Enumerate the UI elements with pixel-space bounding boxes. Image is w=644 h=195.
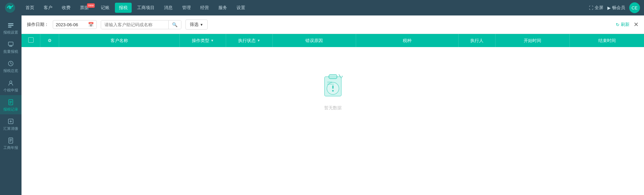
member-icon: ▶ xyxy=(607,5,611,10)
chevron-down-icon: ▼ xyxy=(200,23,203,27)
sidebar-item-batch-tax[interactable]: 批量报税 xyxy=(0,37,22,56)
empty-text: 暂无数据 xyxy=(324,105,342,111)
column-exec-status[interactable]: 执行状态 ▼ xyxy=(226,34,272,47)
refresh-button[interactable]: ↻ 刷新 xyxy=(616,22,630,28)
select-all-checkbox[interactable] xyxy=(28,37,34,43)
avatar[interactable]: CE xyxy=(629,2,640,13)
nav-item-customer[interactable]: 客户 xyxy=(40,3,56,13)
sidebar-item-tax-settings[interactable]: 报税设置 xyxy=(0,18,22,37)
column-checkbox[interactable] xyxy=(22,34,40,47)
nav-item-management[interactable]: 管理 xyxy=(178,3,195,13)
column-error-reason: 错误原因 xyxy=(272,34,356,47)
nav-items: 首页 客户 收费 票据 new 记账 报税 工商项目 消息 管理 经营 服务 设… xyxy=(22,3,589,13)
svg-rect-2 xyxy=(8,23,13,24)
sort-icon-status: ▼ xyxy=(257,39,260,42)
search-button[interactable]: 🔍 xyxy=(168,21,181,29)
search-input[interactable] xyxy=(101,21,168,29)
nav-item-operations[interactable]: 经营 xyxy=(196,3,213,13)
sidebar-item-tax-overview[interactable]: 报税总览 xyxy=(0,56,22,76)
sidebar-label-annual-report: 工商年报 xyxy=(3,146,18,150)
svg-rect-13 xyxy=(329,75,337,79)
search-wrapper: 🔍 xyxy=(101,20,181,29)
sidebar-item-annual-report[interactable]: 工商年报 xyxy=(0,133,22,153)
top-nav-right: ⛶ 全屏 ▶ 畅会员 CE xyxy=(589,2,640,13)
sidebar-label-tax-settings: 报税设置 xyxy=(3,30,18,35)
personal-tax-icon xyxy=(7,79,14,87)
content-area: 操作日期： 📅 🔍 筛选 ▼ ↻ 刷新 ✕ xyxy=(22,15,644,195)
svg-rect-21 xyxy=(327,84,334,85)
calendar-icon: 📅 xyxy=(88,22,94,27)
nav-item-home[interactable]: 首页 xyxy=(22,3,38,13)
sidebar-label-personal-tax: 个税申报 xyxy=(3,88,18,92)
sidebar-label-tax-records: 报税记录 xyxy=(3,107,18,112)
member-button[interactable]: ▶ 畅会员 xyxy=(607,5,625,11)
main-layout: 报税设置 批量报税 报税总览 xyxy=(0,15,644,195)
date-label: 操作日期： xyxy=(27,22,49,28)
nav-item-tickets[interactable]: 票据 new xyxy=(76,3,95,13)
filter-button[interactable]: 筛选 ▼ xyxy=(185,20,208,30)
svg-rect-5 xyxy=(8,42,13,45)
batch-icon xyxy=(7,41,14,48)
data-table: ⚙ 客户名称 操作类型 ▼ xyxy=(22,34,644,131)
column-tax-type: 税种 xyxy=(356,34,458,47)
sidebar-item-personal-tax[interactable]: 个税申报 xyxy=(0,76,22,95)
svg-rect-16 xyxy=(332,85,334,89)
app-logo[interactable] xyxy=(4,2,16,14)
svg-rect-10 xyxy=(9,138,13,143)
svg-point-17 xyxy=(332,90,334,92)
svg-rect-3 xyxy=(8,25,13,26)
date-picker[interactable]: 📅 xyxy=(53,20,97,29)
sidebar-label-tax-overview: 报税总览 xyxy=(3,69,18,73)
refresh-icon: ↻ xyxy=(616,22,619,27)
filter-label: 筛选 xyxy=(190,22,199,28)
nav-item-accounting[interactable]: 记账 xyxy=(97,3,114,13)
nav-item-settings[interactable]: 设置 xyxy=(232,3,249,13)
nav-item-messages[interactable]: 消息 xyxy=(160,3,177,13)
annual-report-icon xyxy=(7,137,14,144)
close-button[interactable]: ✕ xyxy=(634,22,639,28)
toolbar: 操作日期： 📅 🔍 筛选 ▼ ↻ 刷新 ✕ xyxy=(22,15,644,34)
column-customer-name: 客户名称 xyxy=(59,34,179,47)
settings-icon xyxy=(7,22,14,29)
table-container: ⚙ 客户名称 操作类型 ▼ xyxy=(22,34,644,195)
sidebar-label-batch-tax: 批量报税 xyxy=(3,49,18,54)
gear-icon: ⚙ xyxy=(48,38,52,43)
svg-rect-4 xyxy=(8,27,11,28)
new-badge: new xyxy=(87,3,95,8)
column-op-type[interactable]: 操作类型 ▼ xyxy=(180,34,226,47)
search-icon: 🔍 xyxy=(172,22,178,27)
fullscreen-icon: ⛶ xyxy=(589,5,593,10)
nav-item-tax[interactable]: 报税 xyxy=(115,3,132,13)
sidebar-item-settlement[interactable]: 汇算清缴 xyxy=(0,114,22,133)
record-icon xyxy=(7,99,14,106)
nav-item-fees[interactable]: 收费 xyxy=(58,3,75,13)
top-navigation: 首页 客户 收费 票据 new 记账 报税 工商项目 消息 管理 经营 服务 设… xyxy=(0,0,644,15)
svg-marker-19 xyxy=(341,75,343,78)
column-gear[interactable]: ⚙ xyxy=(40,34,59,47)
column-start-time: 开始时间 xyxy=(496,34,570,47)
empty-illustration xyxy=(316,67,350,101)
nav-item-service[interactable]: 服务 xyxy=(214,3,231,13)
nav-item-business[interactable]: 工商项目 xyxy=(133,3,159,13)
sidebar: 报税设置 批量报税 报税总览 xyxy=(0,15,22,195)
fullscreen-button[interactable]: ⛶ 全屏 xyxy=(589,5,603,11)
settlement-icon xyxy=(7,118,14,125)
empty-state: 暂无数据 xyxy=(22,47,644,131)
sort-icon-optype: ▼ xyxy=(211,39,214,42)
column-end-time: 结束时间 xyxy=(570,34,644,47)
date-input[interactable] xyxy=(56,22,86,27)
overview-icon xyxy=(7,60,14,67)
svg-point-1 xyxy=(9,6,11,9)
sidebar-label-settlement: 汇算清缴 xyxy=(3,126,18,131)
column-executor: 执行人 xyxy=(458,34,496,47)
svg-point-7 xyxy=(10,81,12,83)
sidebar-item-tax-records[interactable]: 报税记录 xyxy=(0,95,22,114)
toolbar-right: ↻ 刷新 ✕ xyxy=(616,22,639,28)
svg-rect-20 xyxy=(327,82,332,83)
